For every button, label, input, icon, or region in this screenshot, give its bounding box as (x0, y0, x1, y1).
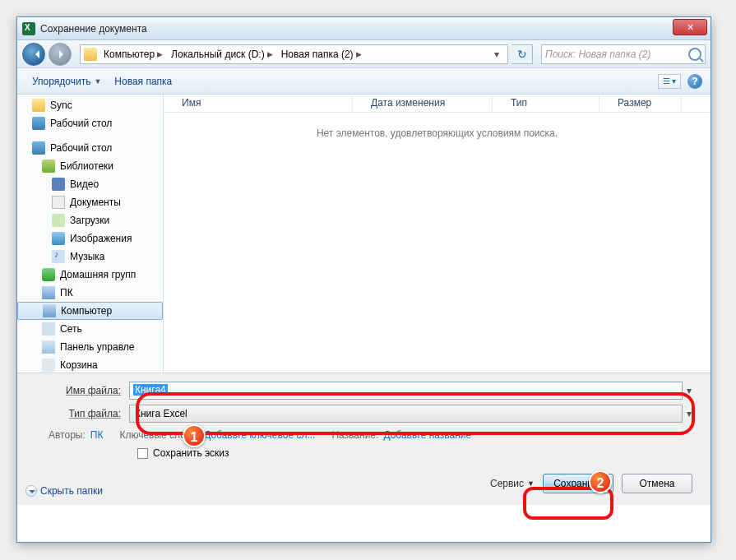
organize-button[interactable]: Упорядочить▼ (25, 72, 108, 90)
tree-pc[interactable]: ПК (17, 284, 163, 302)
callout-badge-1: 1 (183, 424, 206, 447)
tree-documents[interactable]: Документы (17, 193, 163, 211)
search-placeholder: Поиск: Новая папка (2) (545, 49, 650, 60)
search-icon (688, 48, 701, 61)
search-input[interactable]: Поиск: Новая папка (2) (541, 44, 706, 64)
chevron-down-icon (25, 485, 37, 497)
bc-root[interactable]: Компьютер (104, 49, 155, 60)
callout-badge-2: 2 (589, 470, 612, 493)
tree-images[interactable]: Изображения (17, 229, 163, 248)
cancel-button[interactable]: Отмена (622, 474, 692, 493)
tree-computer[interactable]: Компьютер (17, 302, 163, 320)
excel-icon (22, 22, 35, 35)
title-link[interactable]: Добавьте название (383, 429, 471, 441)
help-button[interactable]: ? (687, 74, 702, 89)
authors-value[interactable]: ПК (90, 429, 104, 441)
col-size[interactable]: Размер (599, 95, 682, 112)
column-headers[interactable]: Имя Дата изменения Тип Размер (164, 95, 711, 113)
tree-recycle-bin[interactable]: Корзина (17, 356, 163, 373)
nav-row: Компьютер▶ Локальный диск (D:)▶ Новая па… (17, 40, 711, 68)
bc-folder[interactable]: Новая папка (2) (281, 49, 354, 60)
titlebar[interactable]: Сохранение документа ✕ (17, 17, 711, 40)
back-button[interactable] (22, 43, 45, 66)
service-menu[interactable]: Сервис▼ (490, 478, 535, 489)
thumbnail-checkbox[interactable] (137, 448, 148, 459)
refresh-button[interactable]: ↻ (511, 44, 533, 64)
nav-tree[interactable]: Sync Рабочий стол Рабочий стол Библиотек… (17, 95, 164, 373)
close-button[interactable]: ✕ (673, 19, 707, 35)
tree-music[interactable]: Музыка (17, 248, 163, 266)
tree-network[interactable]: Сеть (17, 320, 163, 338)
forward-button[interactable] (49, 43, 72, 66)
toolbar: Упорядочить▼ Новая папка ☰ ▾ ? (17, 68, 711, 95)
new-folder-button[interactable]: Новая папка (108, 72, 178, 90)
filename-input[interactable]: Книга4 (129, 382, 683, 400)
view-button[interactable]: ☰ ▾ (658, 74, 681, 89)
keywords-link[interactable]: Добавьте ключевое сл... (204, 429, 315, 441)
tree-downloads[interactable]: Загрузки (17, 211, 163, 229)
filename-label: Имя файла: (32, 385, 129, 396)
col-name[interactable]: Имя (164, 95, 353, 112)
authors-label: Авторы: (49, 429, 86, 441)
filetype-dropdown[interactable]: ▾ (683, 408, 696, 419)
folder-icon (84, 48, 97, 61)
filename-dropdown[interactable]: ▾ (683, 385, 696, 396)
address-bar[interactable]: Компьютер▶ Локальный диск (D:)▶ Новая па… (80, 44, 508, 64)
tree-desktop-fav[interactable]: Рабочий стол (17, 114, 163, 132)
thumbnail-label: Сохранить эскиз (153, 447, 229, 459)
col-date[interactable]: Дата изменения (353, 95, 493, 112)
window-title: Сохранение документа (40, 23, 147, 35)
empty-message: Нет элементов, удовлетворяющих условиям … (164, 127, 711, 139)
filetype-select[interactable]: Книга Excel (129, 405, 683, 423)
save-dialog: Сохранение документа ✕ Компьютер▶ Локаль… (16, 16, 711, 543)
title-label: Название: (331, 429, 378, 441)
file-list[interactable]: Имя Дата изменения Тип Размер Нет элемен… (164, 95, 711, 373)
tree-sync[interactable]: Sync (17, 96, 163, 114)
filetype-label: Тип файла: (32, 408, 129, 419)
tree-homegroup[interactable]: Домашняя групп (17, 266, 163, 284)
tree-video[interactable]: Видео (17, 175, 163, 193)
tree-libraries[interactable]: Библиотеки (17, 157, 163, 175)
address-dropdown[interactable]: ▾ (489, 49, 504, 60)
bc-disk[interactable]: Локальный диск (D:) (171, 49, 265, 60)
tree-desktop[interactable]: Рабочий стол (17, 139, 163, 157)
tree-control-panel[interactable]: Панель управле (17, 338, 163, 356)
hide-folders-toggle[interactable]: Скрыть папки (25, 485, 103, 497)
col-type[interactable]: Тип (493, 95, 599, 112)
